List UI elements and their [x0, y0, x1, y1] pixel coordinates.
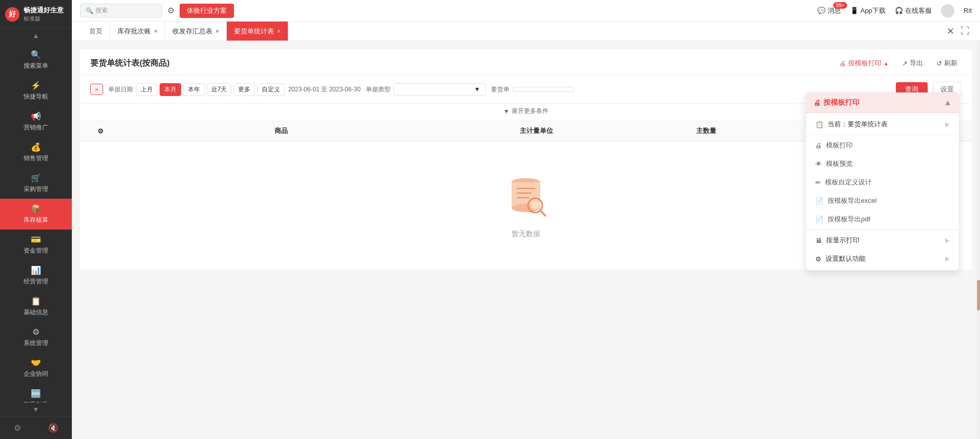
filter-requisition-group: 要货单: [491, 85, 574, 94]
sidebar-item-label-operation: 经营管理: [24, 277, 48, 286]
sales-icon: 💰: [31, 142, 41, 152]
requisition-input[interactable]: [513, 87, 574, 92]
sidebar-item-shortcut[interactable]: ⚡快捷导航: [0, 75, 72, 106]
tab-requisition[interactable]: 要货单统计表 ×: [227, 22, 288, 41]
display-print-left: 🖥 按显示打印: [815, 236, 859, 245]
sidebar-item-collab[interactable]: 🤝企业协同: [0, 353, 72, 384]
export-pdf-icon: 📄: [815, 216, 824, 223]
date-last7-btn[interactable]: 近7天: [207, 83, 232, 96]
default-settings-arrow: ▶: [945, 255, 950, 262]
sidebar-item-sales[interactable]: 💰销售管理: [0, 137, 72, 168]
template-print-label: 模板打印: [826, 141, 853, 150]
date-label: 单据日期: [108, 85, 133, 94]
sidebar-item-finance[interactable]: 💳资金管理: [0, 230, 72, 260]
dropdown-default-settings[interactable]: ⚙ 设置默认功能 ▶: [806, 250, 959, 268]
dropdown-template-design[interactable]: ✏ 模板自定义设计: [806, 173, 959, 192]
date-range-buttons: 上月 本月 本年 近7天 更多 自定义: [136, 83, 285, 96]
default-settings-label: 设置默认功能: [826, 254, 866, 263]
filter-expand-button[interactable]: »: [90, 84, 103, 95]
sidebar-item-label-collab: 企业协同: [24, 370, 48, 378]
date-custom-btn[interactable]: 自定义: [257, 83, 285, 96]
operation-icon: 📊: [31, 265, 41, 275]
messages-button[interactable]: 💬 消息 99+: [817, 6, 841, 15]
sidebar-item-label-sales: 销售管理: [24, 154, 48, 163]
dropdown-template-preview[interactable]: 👁 模板预览: [806, 155, 959, 173]
sidebar-mute-icon[interactable]: 🔇: [44, 421, 63, 435]
guide-icon: 🆕: [31, 389, 41, 398]
print-template-label: 按模板打印: [848, 59, 881, 68]
tab-maximize-icon[interactable]: ⛶: [958, 25, 972, 37]
sidebar-item-inventory[interactable]: 📦库存核算: [0, 199, 72, 230]
th-settings[interactable]: ⚙: [90, 127, 111, 135]
dropdown-close-button[interactable]: ▲: [944, 98, 952, 107]
sidebar-item-operation[interactable]: 📊经营管理: [0, 260, 72, 291]
sidebar-scroll-down[interactable]: ▼: [0, 403, 72, 416]
export-button[interactable]: ↗ 导出: [898, 56, 927, 70]
tab-close-all-icon[interactable]: ✕: [945, 25, 956, 38]
sidebar-item-search[interactable]: 🔍搜索菜单: [0, 45, 72, 75]
tab-collection-close[interactable]: ×: [215, 28, 219, 35]
print-template-arrow-icon: ▲: [884, 61, 889, 66]
sidebar-settings-icon[interactable]: ⚙: [10, 421, 25, 435]
trial-button[interactable]: 体验行业方案: [180, 4, 234, 18]
date-prev-month-btn[interactable]: 上月: [136, 83, 158, 96]
search-icon: 🔍: [86, 7, 93, 14]
expand-more-icon: ▼: [503, 108, 509, 115]
dropdown-export-pdf[interactable]: 📄 按模板导出pdf: [806, 210, 959, 228]
date-current-month-btn[interactable]: 本月: [160, 83, 181, 96]
refresh-button[interactable]: ↺ 刷新: [932, 56, 962, 70]
topbar-right: 💬 消息 99+ 📱 App下载 🎧 在线客服 Rit: [817, 4, 972, 17]
dropdown-body: 📋 当前：要货单统计表 ▶ 🖨 模板打印 👁: [806, 113, 959, 270]
filter-expand-icon: »: [95, 86, 99, 93]
tab-batch-close[interactable]: ×: [154, 28, 158, 35]
filter-date-group: 单据日期 上月 本月 本年 近7天 更多 自定义 2023-06-01 至 20…: [108, 83, 361, 96]
current-item-arrow: ▶: [945, 121, 950, 128]
export-excel-icon: 📄: [815, 197, 824, 205]
online-service-label: 在线客服: [905, 6, 932, 15]
current-doc-icon: 📋: [815, 121, 824, 128]
dropdown-export-excel[interactable]: 📄 按模板导出excel: [806, 192, 959, 210]
sidebar-item-label-system: 系统管理: [24, 339, 48, 348]
sidebar-scroll-up[interactable]: ▲: [0, 29, 72, 43]
user-avatar[interactable]: [941, 4, 954, 17]
sidebar-item-label-basic: 基础信息: [24, 308, 48, 317]
display-print-label: 按显示打印: [826, 236, 859, 245]
template-print-icon: 🖨: [815, 142, 822, 149]
sidebar-item-guide[interactable]: 🆕新手引导: [0, 384, 72, 403]
topbar-search[interactable]: 🔍 搜索: [80, 4, 162, 17]
app-download-label: App下载: [860, 6, 886, 15]
tab-home[interactable]: 首页: [82, 22, 110, 41]
sidebar-item-basic[interactable]: 📋基础信息: [0, 291, 72, 322]
app-download-button[interactable]: 📱 App下载: [850, 6, 886, 15]
sidebar-item-system[interactable]: ⚙系统管理: [0, 322, 72, 353]
topbar: 🔍 搜索 ⚙ 体验行业方案 💬 消息 99+ 📱 App下载 🎧 在线客服 Ri…: [72, 0, 980, 22]
dropdown-template-print[interactable]: 🖨 模板打印: [806, 136, 959, 155]
tab-requisition-close[interactable]: ×: [277, 28, 281, 35]
template-design-left: ✏ 模板自定义设计: [815, 178, 872, 187]
purchase-icon: 🛒: [31, 173, 41, 183]
print-template-button[interactable]: 🖨 按模板打印 ▲: [835, 56, 893, 70]
refresh-icon: ↺: [936, 60, 942, 67]
tab-collection[interactable]: 收发存汇总表 ×: [165, 22, 227, 41]
th-unit: 主计量单位: [451, 126, 621, 136]
tab-batch[interactable]: 库存批次账 ×: [110, 22, 165, 41]
default-settings-icon: ⚙: [815, 255, 821, 263]
date-more-btn[interactable]: 更多: [233, 83, 255, 96]
date-current-year-btn[interactable]: 本年: [183, 83, 205, 96]
dropdown-current-item[interactable]: 📋 当前：要货单统计表 ▶: [806, 115, 959, 133]
sidebar-item-purchase[interactable]: 🛒采购管理: [0, 168, 72, 199]
template-print-left: 🖨 模板打印: [815, 141, 853, 150]
doctype-select[interactable]: ▼: [394, 83, 486, 96]
collab-icon: 🤝: [31, 358, 41, 368]
sidebar: 好 畅捷通好生意 标准版 ▲ 🔍搜索菜单⚡快捷导航📢营销推广💰销售管理🛒采购管理…: [0, 0, 72, 439]
online-service-button[interactable]: 🎧 在线客服: [895, 6, 932, 15]
scroll-thumb[interactable]: [977, 280, 980, 311]
date-range-text: 2023-06-01 至 2023-06-30: [288, 85, 360, 94]
marketing-icon: 📢: [31, 111, 41, 121]
expand-more-button[interactable]: ▼ 展开更多条件: [503, 107, 548, 116]
sidebar-item-marketing[interactable]: 📢营销推广: [0, 106, 72, 137]
print-template-icon: 🖨: [839, 60, 846, 67]
dropdown-header-left: 🖨 按模板打印: [813, 98, 859, 107]
dropdown-display-print[interactable]: 🖥 按显示打印 ▶: [806, 231, 959, 250]
topbar-gear-icon[interactable]: ⚙: [167, 6, 174, 15]
